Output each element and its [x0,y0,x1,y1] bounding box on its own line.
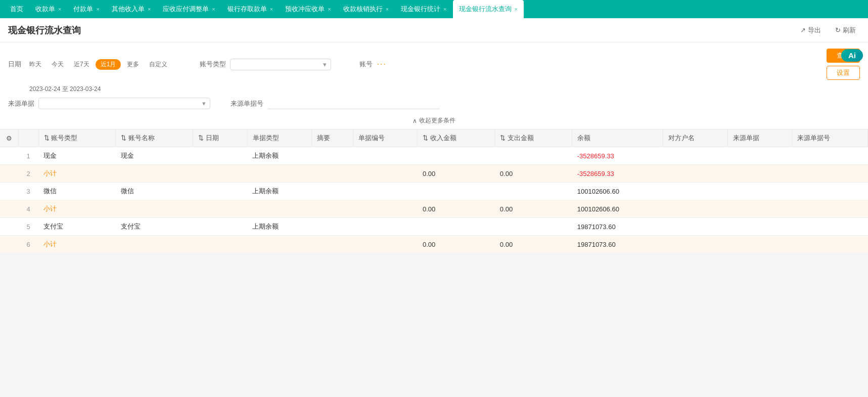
row-gear [0,200,18,218]
close-icon[interactable]: × [96,6,99,12]
row-counterpart [663,218,727,236]
nav-item-adjust-label: 应收应付调整单 [163,5,209,14]
col-income[interactable]: ⇅ 收入金额 [418,129,495,147]
row-income: 0.00 [418,236,495,253]
collapse-button[interactable]: ∧ 收起更多条件 [413,116,455,125]
nav-item-bank-stat[interactable]: 现金银行统计 × [395,0,452,18]
export-button[interactable]: ↗ 导出 [796,24,825,37]
col-account-type[interactable]: ⇅ 账号类型 [38,129,116,147]
row-account-type: 支付宝 [38,218,116,236]
col-gear[interactable]: ⚙ [0,129,18,147]
yesterday-btn[interactable]: 昨天 [25,59,45,70]
row-date [193,147,248,165]
table-row[interactable]: 2小计0.000.00-3528659.33 [0,165,868,183]
nav-item-advance[interactable]: 预收冲应收单 × [279,0,337,18]
row-doc-type: 上期余额 [247,147,311,165]
row-source-doc-no [792,200,867,218]
date-shortcuts: 昨天 今天 近7天 近1月 更多 自定义 [25,59,171,70]
row-account-type: 小计 [38,200,116,218]
row-source-doc-no [792,165,867,183]
table-row[interactable]: 4小计0.000.00100102606.60 [0,200,868,218]
source-doc-select[interactable]: ▾ [38,98,210,109]
row-balance: -3528659.33 [572,165,663,183]
refresh-button[interactable]: ↻ 刷新 [831,24,860,37]
row-account-name: 现金 [116,147,193,165]
account-label: 账号 [359,60,373,69]
row-doc-type [247,236,311,253]
nav-item-cancel[interactable]: 收款核销执行 × [337,0,395,18]
row-source-doc-no [792,147,867,165]
source-doc-filter-group: 来源单据 ▾ [8,98,210,109]
col-expense[interactable]: ⇅ 支出金额 [495,129,572,147]
export-icon: ↗ [800,26,806,34]
close-icon[interactable]: × [515,6,518,12]
date-label: 日期 [8,60,21,69]
close-icon[interactable]: × [328,6,331,12]
settings-button[interactable]: 设置 [827,66,860,80]
close-icon[interactable]: × [270,6,273,12]
row-doc-no [353,200,418,218]
more-btn[interactable]: 更多 [123,59,143,70]
filter-area: 日期 昨天 今天 近7天 近1月 更多 自定义 账号类型 ▾ 账号 ··· [0,42,868,129]
row-account-name [116,165,193,183]
row-doc-type [247,200,311,218]
row-summary [312,218,353,236]
row-balance: 100102606.60 [572,183,663,200]
row-expense: 0.00 [495,236,572,253]
nav-item-home[interactable]: 首页 [4,0,29,18]
row-expense: 0.00 [495,200,572,218]
close-icon[interactable]: × [386,6,389,12]
row-doc-no [353,165,418,183]
col-account-name[interactable]: ⇅ 账号名称 [116,129,193,147]
account-type-filter-group: 账号类型 ▾ [200,59,331,70]
row-num: 4 [18,200,38,218]
close-icon[interactable]: × [212,6,215,12]
row-gear [0,236,18,253]
row-source-doc-no [792,183,867,200]
table-row[interactable]: 5支付宝支付宝上期余额19871073.60 [0,218,868,236]
table-row[interactable]: 3微信微信上期余额100102606.60 [0,183,868,200]
account-type-select[interactable]: ▾ [230,59,331,70]
row-num: 6 [18,236,38,253]
last7-btn[interactable]: 近7天 [70,59,94,70]
table-row[interactable]: 6小计0.000.0019871073.60 [0,236,868,253]
date-filter-group: 日期 昨天 今天 近7天 近1月 更多 自定义 [8,59,171,70]
account-dots[interactable]: ··· [377,60,386,69]
row-source-doc-no [792,218,867,236]
ai-badge[interactable]: Ai [841,49,863,62]
source-doc-no-input[interactable] [267,98,439,109]
page-header: 现金银行流水查询 ↗ 导出 ↻ 刷新 [0,18,868,42]
row-income [418,147,495,165]
row-expense: 0.00 [495,165,572,183]
nav-item-bank-deposit[interactable]: 银行存取款单 × [221,0,279,18]
account-type-label: 账号类型 [200,60,226,69]
nav-item-payment[interactable]: 付款单 × [67,0,105,18]
close-icon[interactable]: × [148,6,151,12]
col-date[interactable]: ⇅ 日期 [193,129,248,147]
row-doc-type [247,165,311,183]
close-icon[interactable]: × [58,6,61,12]
table-container: ⚙ ⇅ 账号类型 ⇅ 账号名称 ⇅ 日期 单据类型 摘要 单据编号 [0,129,868,253]
custom-btn[interactable]: 自定义 [145,59,171,70]
row-num: 2 [18,165,38,183]
filter-row-2: 来源单据 ▾ 来源单据号 [8,98,860,109]
row-num: 3 [18,183,38,200]
date-range-display: 2023-02-24 至 2023-03-24 [27,85,860,94]
nav-item-other-income-label: 其他收入单 [112,5,145,14]
close-icon[interactable]: × [443,6,446,12]
col-doc-type: 单据类型 [247,129,311,147]
today-btn[interactable]: 今天 [48,59,68,70]
row-account-name: 微信 [116,183,193,200]
nav-item-receipt[interactable]: 收款单 × [29,0,67,18]
row-doc-no [353,236,418,253]
row-source-doc [727,200,792,218]
nav-item-bank-flow[interactable]: 现金银行流水查询 × [453,0,524,18]
last1m-btn[interactable]: 近1月 [96,59,121,70]
table-row[interactable]: 1现金现金上期余额-3528659.33 [0,147,868,165]
chevron-up-icon: ∧ [413,117,417,124]
filter-row-1: 日期 昨天 今天 近7天 近1月 更多 自定义 账号类型 ▾ 账号 ··· [8,49,860,80]
nav-item-other-income[interactable]: 其他收入单 × [106,0,157,18]
nav-item-adjust[interactable]: 应收应付调整单 × [157,0,221,18]
col-doc-no: 单据编号 [353,129,418,147]
row-counterpart [663,165,727,183]
